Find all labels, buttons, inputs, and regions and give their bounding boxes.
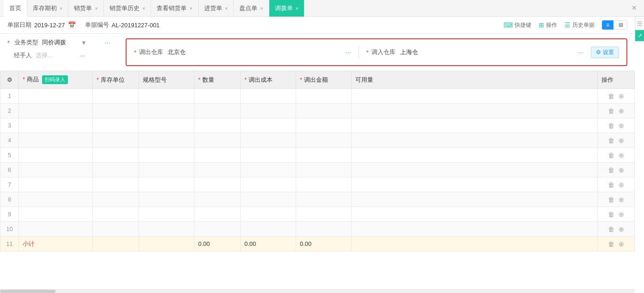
copy-icon[interactable]: ⊕ xyxy=(619,107,624,115)
row-avail[interactable] xyxy=(352,89,598,104)
row-spec[interactable] xyxy=(139,104,194,118)
biz-type-select[interactable]: 同价调拨 ▼ xyxy=(42,38,97,47)
copy-icon[interactable]: ⊕ xyxy=(619,152,624,159)
row-spec[interactable] xyxy=(139,148,194,163)
row-product[interactable] xyxy=(19,148,93,163)
delete-icon[interactable]: 🗑 xyxy=(608,181,614,189)
delete-icon[interactable]: 🗑 xyxy=(608,152,614,159)
delete-icon[interactable]: 🗑 xyxy=(608,122,614,129)
row-cost[interactable] xyxy=(241,133,296,148)
copy-icon[interactable]: ⊕ xyxy=(619,166,624,174)
row-cost[interactable] xyxy=(241,207,296,222)
window-close-icon[interactable]: × xyxy=(628,3,640,13)
person-select[interactable]: 选择... xyxy=(36,51,73,60)
row-spec[interactable] xyxy=(139,207,194,222)
operation-action[interactable]: ⊞ 操作 xyxy=(539,21,557,29)
row-avail[interactable] xyxy=(352,104,598,118)
delete-icon[interactable]: 🗑 xyxy=(608,137,614,144)
copy-icon[interactable]: ⊕ xyxy=(619,92,624,100)
tab-inventory-init[interactable]: 库存期初 × xyxy=(27,0,68,17)
row-unit[interactable] xyxy=(93,148,139,163)
delete-icon[interactable]: 🗑 xyxy=(608,107,614,115)
row-amount[interactable] xyxy=(296,89,352,104)
row-product[interactable] xyxy=(19,104,93,118)
close-tab-view-sales[interactable]: × xyxy=(189,6,192,11)
horizontal-scrollbar[interactable] xyxy=(0,289,635,293)
row-qty[interactable] xyxy=(194,104,241,118)
grid-view-btn[interactable]: ⊞ xyxy=(614,20,627,30)
row-avail[interactable] xyxy=(352,163,598,177)
row-unit[interactable] xyxy=(93,222,139,237)
row-cost[interactable] xyxy=(241,163,296,177)
scrollbar-thumb[interactable] xyxy=(0,290,55,293)
row-amount[interactable] xyxy=(296,163,352,177)
row-unit[interactable] xyxy=(93,163,139,177)
subtotal-copy-icon[interactable]: ⊕ xyxy=(619,240,624,248)
copy-icon[interactable]: ⊕ xyxy=(619,137,624,144)
row-qty[interactable] xyxy=(194,207,241,222)
row-product[interactable] xyxy=(19,222,93,237)
history-action[interactable]: ☰ 历史单据 xyxy=(565,21,595,29)
row-avail[interactable] xyxy=(352,207,598,222)
row-product[interactable] xyxy=(19,163,93,177)
subtotal-delete-icon[interactable]: 🗑 xyxy=(608,240,614,248)
list-view-btn[interactable]: ≡ xyxy=(602,20,614,30)
copy-icon[interactable]: ⊕ xyxy=(619,181,624,189)
row-amount[interactable] xyxy=(296,148,352,163)
row-cost[interactable] xyxy=(241,89,296,104)
close-tab-inventory-init[interactable]: × xyxy=(60,6,62,11)
delete-icon[interactable]: 🗑 xyxy=(608,92,614,100)
row-qty[interactable] xyxy=(194,89,241,104)
out-warehouse-more-btn[interactable]: ··· xyxy=(346,49,351,56)
row-cost[interactable] xyxy=(241,104,296,118)
delete-icon[interactable]: 🗑 xyxy=(608,166,614,174)
row-product[interactable] xyxy=(19,192,93,207)
row-spec[interactable] xyxy=(139,133,194,148)
in-warehouse-more-btn[interactable]: ··· xyxy=(578,49,583,56)
sidebar-doc-icon[interactable]: ☰ xyxy=(637,18,643,29)
person-more-btn[interactable]: ··· xyxy=(80,52,85,59)
row-amount[interactable] xyxy=(296,118,352,133)
tab-transfer[interactable]: 调拨单 × xyxy=(269,0,304,17)
copy-icon[interactable]: ⊕ xyxy=(619,196,624,203)
row-spec[interactable] xyxy=(139,163,194,177)
scan-btn[interactable]: 扫码录入 xyxy=(42,75,68,84)
delete-icon[interactable]: 🗑 xyxy=(608,226,614,233)
row-spec[interactable] xyxy=(139,118,194,133)
row-amount[interactable] xyxy=(296,222,352,237)
row-cost[interactable] xyxy=(241,222,296,237)
close-tab-inventory-check[interactable]: × xyxy=(260,6,263,11)
row-cost[interactable] xyxy=(241,148,296,163)
row-avail[interactable] xyxy=(352,192,598,207)
row-spec[interactable] xyxy=(139,192,194,207)
calendar-icon[interactable]: 📅 xyxy=(68,21,76,29)
sidebar-expand-icon[interactable]: ↗ xyxy=(635,30,644,41)
tab-sales-history[interactable]: 销货单历史 × xyxy=(104,0,151,17)
tab-inventory-check[interactable]: 盘点单 × xyxy=(234,0,269,17)
row-spec[interactable] xyxy=(139,177,194,192)
row-cost[interactable] xyxy=(241,192,296,207)
row-qty[interactable] xyxy=(194,222,241,237)
row-spec[interactable] xyxy=(139,89,194,104)
row-product[interactable] xyxy=(19,207,93,222)
row-unit[interactable] xyxy=(93,207,139,222)
close-tab-purchase[interactable]: × xyxy=(225,6,228,11)
row-qty[interactable] xyxy=(194,177,241,192)
row-unit[interactable] xyxy=(93,89,139,104)
row-cost[interactable] xyxy=(241,177,296,192)
close-tab-transfer[interactable]: × xyxy=(296,6,298,11)
row-avail[interactable] xyxy=(352,133,598,148)
copy-icon[interactable]: ⊕ xyxy=(619,122,624,129)
delete-icon[interactable]: 🗑 xyxy=(608,211,614,218)
row-product[interactable] xyxy=(19,133,93,148)
row-amount[interactable] xyxy=(296,192,352,207)
row-product[interactable] xyxy=(19,118,93,133)
row-unit[interactable] xyxy=(93,118,139,133)
row-cost[interactable] xyxy=(241,118,296,133)
row-amount[interactable] xyxy=(296,177,352,192)
warehouse-settings-btn[interactable]: ⚙ 设置 xyxy=(591,47,619,58)
row-amount[interactable] xyxy=(296,133,352,148)
row-avail[interactable] xyxy=(352,177,598,192)
tab-view-sales[interactable]: 查看销货单 × xyxy=(151,0,198,17)
copy-icon[interactable]: ⊕ xyxy=(619,226,624,233)
